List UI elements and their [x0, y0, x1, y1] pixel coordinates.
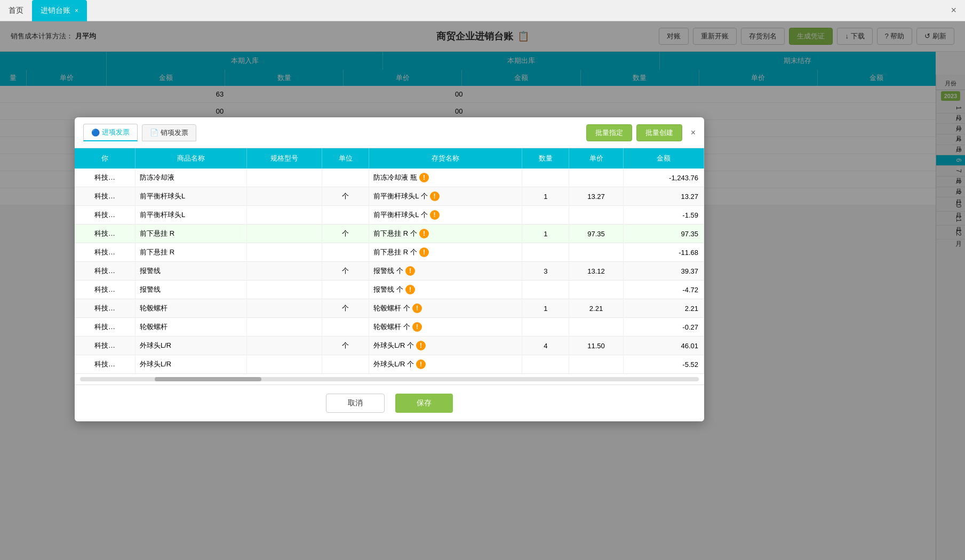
table-cell [522, 355, 569, 374]
warning-icon: ! [412, 322, 422, 332]
table-cell: 97.35 [623, 225, 704, 243]
table-cell [322, 355, 369, 374]
table-cell: 科技… [75, 187, 135, 206]
modal-dialog: 🔵 进项发票 📄 销项发票 批量指定 批量创建 × 你 商品名称 规格型号 [75, 117, 704, 421]
tab-outgoing-invoice[interactable]: 📄 销项发票 [142, 124, 196, 141]
tab-home[interactable]: 首页 [0, 0, 32, 21]
table-cell: -5.52 [623, 355, 704, 374]
table-cell [322, 318, 369, 337]
warning-icon: ! [416, 341, 426, 350]
warning-icon: ! [430, 210, 440, 220]
tab-ledger[interactable]: 进销台账 × [32, 0, 87, 21]
table-cell: 报警线 个 ! [369, 262, 522, 281]
table-cell: 轮毂螺杆 个 ! [369, 318, 522, 337]
table-cell [247, 355, 322, 374]
table-cell: 报警线 [135, 262, 247, 281]
outgoing-invoice-icon: 📄 [150, 129, 158, 137]
warning-icon: ! [405, 285, 415, 294]
incoming-invoice-icon: 🔵 [91, 129, 100, 137]
cancel-button[interactable]: 取消 [326, 394, 385, 413]
table-cell: 科技… [75, 281, 135, 299]
warning-icon: ! [419, 229, 429, 238]
save-button[interactable]: 保存 [395, 394, 453, 413]
warning-icon: ! [419, 247, 429, 257]
table-cell [522, 318, 569, 337]
tab-incoming-invoice[interactable]: 🔵 进项发票 [83, 124, 138, 141]
table-cell [569, 318, 623, 337]
table-cell [247, 169, 322, 187]
modal-footer: 取消 保存 [75, 385, 704, 421]
table-cell: 轮毂螺杆 个 ! [369, 299, 522, 318]
table-cell: -4.72 [623, 281, 704, 299]
table-cell: 前下悬挂 R [135, 243, 247, 262]
table-cell: 外球头L/R 个 ! [369, 355, 522, 374]
table-cell: 前平衡杆球头L [135, 206, 247, 225]
outgoing-invoice-label: 销项发票 [161, 128, 188, 138]
col-header-spec: 规格型号 [247, 148, 322, 169]
horizontal-scrollbar[interactable] [75, 374, 704, 385]
tab-ledger-close[interactable]: × [75, 7, 78, 14]
table-cell: 科技… [75, 262, 135, 281]
warning-icon: ! [412, 303, 422, 313]
table-cell: 个 [322, 187, 369, 206]
table-row: 科技…外球头L/R外球头L/R 个 !-5.52 [75, 355, 704, 374]
table-cell [247, 299, 322, 318]
table-cell [247, 243, 322, 262]
table-cell [522, 243, 569, 262]
col-header-unit-price: 单价 [569, 148, 623, 169]
table-cell [569, 206, 623, 225]
table-cell [247, 187, 322, 206]
table-cell: 13.27 [569, 187, 623, 206]
table-row: 科技…前下悬挂 R个前下悬挂 R 个 !197.3597.35 [75, 225, 704, 243]
table-cell: 前平衡杆球头L 个 ! [369, 187, 522, 206]
table-cell: 3 [522, 262, 569, 281]
col-header-unit: 单位 [322, 148, 369, 169]
table-cell: 科技… [75, 318, 135, 337]
col-header-quantity: 数量 [522, 148, 569, 169]
table-cell [322, 169, 369, 187]
table-cell: 科技… [75, 337, 135, 355]
table-cell: 科技… [75, 206, 135, 225]
table-cell [247, 225, 322, 243]
batch-create-button[interactable]: 批量创建 [636, 124, 682, 141]
window-close-icon[interactable]: × [951, 5, 956, 16]
modal-header: 🔵 进项发票 📄 销项发票 批量指定 批量创建 × [75, 117, 704, 148]
table-row: 科技…前平衡杆球头L前平衡杆球头L 个 !-1.59 [75, 206, 704, 225]
table-cell: 个 [322, 262, 369, 281]
col-header-source: 你 [75, 148, 135, 169]
table-cell [247, 281, 322, 299]
modal-close-icon[interactable]: × [691, 128, 696, 138]
table-cell: 13.27 [623, 187, 704, 206]
table-cell: 个 [322, 225, 369, 243]
table-row: 科技…报警线个报警线 个 !313.1239.37 [75, 262, 704, 281]
table-row: 科技…轮毂螺杆轮毂螺杆 个 !-0.27 [75, 318, 704, 337]
table-row: 科技…前下悬挂 R前下悬挂 R 个 !-11.68 [75, 243, 704, 262]
table-cell: 前平衡杆球头L [135, 187, 247, 206]
table-cell: 13.12 [569, 262, 623, 281]
table-cell: 2.21 [623, 299, 704, 318]
table-cell: 轮毂螺杆 [135, 299, 247, 318]
table-cell: 轮毂螺杆 [135, 318, 247, 337]
table-row: 科技…轮毂螺杆个轮毂螺杆 个 !12.212.21 [75, 299, 704, 318]
table-cell: 报警线 [135, 281, 247, 299]
col-header-amount: 金额 [623, 148, 704, 169]
table-cell: -0.27 [623, 318, 704, 337]
table-cell: 个 [322, 299, 369, 318]
table-cell: -1,243.76 [623, 169, 704, 187]
table-cell: 前下悬挂 R 个 ! [369, 225, 522, 243]
table-row: 科技…报警线报警线 个 !-4.72 [75, 281, 704, 299]
col-header-inventory-name: 存货名称 [369, 148, 522, 169]
table-cell: 科技… [75, 169, 135, 187]
modal-actions: 批量指定 批量创建 [586, 124, 682, 141]
batch-assign-button[interactable]: 批量指定 [586, 124, 632, 141]
table-row: 科技…前平衡杆球头L个前平衡杆球头L 个 !113.2713.27 [75, 187, 704, 206]
main-area: 销售成本计算方法： 月平均 商贸企业进销台账 📋 对账 重新开账 存货别名 生成… [0, 21, 965, 560]
table-cell: 4 [522, 337, 569, 355]
table-cell: 科技… [75, 299, 135, 318]
table-cell: 科技… [75, 355, 135, 374]
table-cell: 外球头L/R [135, 337, 247, 355]
table-cell: 报警线 个 ! [369, 281, 522, 299]
table-cell: 防冻冷却液 [135, 169, 247, 187]
table-cell: 防冻冷却液 瓶 ! [369, 169, 522, 187]
table-cell: 前下悬挂 R [135, 225, 247, 243]
